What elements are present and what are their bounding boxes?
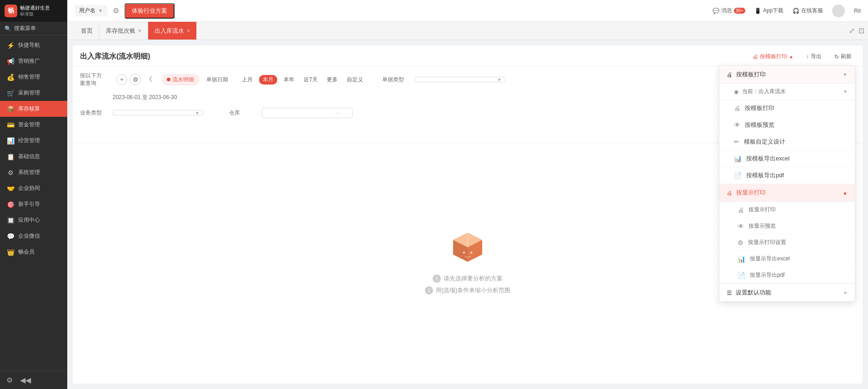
collapse-sidebar-icon[interactable]: ◀◀ — [20, 376, 31, 384]
display-preview-item[interactable]: 👁 按显示预览 — [719, 218, 855, 234]
template-export-excel-item[interactable]: 📊 按模板导出excel — [719, 150, 855, 167]
filter-collapse-button[interactable]: 《 — [144, 74, 155, 85]
display-settings-icon: ⚙ — [738, 239, 743, 246]
tab-batch-account-close[interactable]: × — [138, 28, 141, 34]
tab-home[interactable]: 首页 — [75, 22, 100, 40]
display-preview-label: 按显示预览 — [748, 222, 776, 230]
display-section-chevron: ▲ — [843, 190, 848, 195]
message-label: 消息 — [721, 7, 732, 15]
sidebar-item-guide[interactable]: 🎯 新手引导 — [0, 196, 67, 212]
sidebar-item-marketing[interactable]: 📢 营销推广 — [0, 53, 67, 69]
sidebar-item-corp[interactable]: 🤝 企业协同 — [0, 180, 67, 196]
nav-label-operation: 经营管理 — [18, 137, 40, 145]
filter-warehouse-select-wrap: ··· — [262, 108, 407, 118]
content-area: 出入库流水(流水明细) 🖨 按模板打印 ▲ ↑ 导出 ↻ 刷新 — [67, 40, 868, 389]
display-print-doc-icon: 🖨 — [738, 206, 744, 214]
topbar-online-service[interactable]: 🎧 在线客服 — [793, 7, 823, 15]
filter-settings-button[interactable]: ⚙ — [130, 74, 141, 85]
svg-point-6 — [470, 251, 473, 254]
page-title: 出入库流水(流水明细) — [80, 52, 150, 61]
date-btn-7days[interactable]: 近7天 — [301, 75, 320, 85]
sidebar: 畅 畅捷通好生意 标准版 🔍 搜索菜单 ⚡ 快捷导航 📢 营销推广 💰 销售管理… — [0, 0, 67, 389]
sidebar-item-basic[interactable]: 📋 基础信息 — [0, 149, 67, 165]
topbar-app-download[interactable]: 📱 App下载 — [754, 7, 783, 15]
tab-batch-account[interactable]: 库存批次账 × — [100, 22, 148, 40]
service-label: 在线客服 — [801, 7, 823, 15]
set-default-footer[interactable]: ☰ 设置默认功能 ▼ — [719, 284, 855, 301]
headset-icon: 🎧 — [793, 8, 799, 14]
nav-label-purchase: 采购管理 — [18, 89, 40, 97]
sidebar-item-corp-wechat[interactable]: 💬 企业微信 — [0, 228, 67, 244]
app-center-icon: 🔲 — [6, 217, 15, 224]
sidebar-item-app-center[interactable]: 🔲 应用中心 — [0, 212, 67, 228]
filter-date-buttons: 上月 本月 本年 近7天 更多 自定义 — [239, 75, 366, 85]
nav-label-inventory: 库存核算 — [18, 105, 40, 113]
date-btn-more[interactable]: 更多 — [324, 75, 340, 85]
tab-bar: 首页 库存批次账 × 出入库流水 × ⤢ ⊡ — [67, 22, 868, 40]
topbar-user-chevron: ▼ — [98, 8, 103, 13]
date-btn-this-month[interactable]: 本月 — [259, 75, 277, 85]
topbar-gear-icon[interactable]: ⚙ — [113, 6, 119, 15]
marketing-icon: 📢 — [6, 58, 15, 65]
topbar-message[interactable]: 💬 消息 99+ — [713, 7, 745, 15]
sidebar-item-quick-nav[interactable]: ⚡ 快捷导航 — [0, 37, 67, 53]
nav-label-sales: 销售管理 — [18, 73, 40, 81]
display-export-excel-label: 按显示导出excel — [750, 255, 790, 263]
sidebar-item-inventory[interactable]: 📦 库存核算 — [0, 101, 67, 117]
topbar-user-selector[interactable]: 用户名 ▼ — [75, 5, 107, 16]
sidebar-item-operation[interactable]: 📊 经营管理 — [0, 133, 67, 149]
tab-flow[interactable]: 出入库流水 × — [148, 22, 197, 40]
sidebar-item-sales[interactable]: 💰 销售管理 — [0, 69, 67, 85]
sidebar-item-members[interactable]: 👑 畅会员 — [0, 244, 67, 260]
sidebar-item-purchase[interactable]: 🛒 采购管理 — [0, 85, 67, 101]
sidebar-search[interactable]: 🔍 搜索菜单 — [0, 22, 67, 35]
template-preview-item[interactable]: 👁 按模板预览 — [719, 117, 855, 134]
sidebar-logo: 畅 畅捷通好生意 标准版 — [0, 0, 67, 22]
display-export-excel-item[interactable]: 📊 按显示导出excel — [719, 251, 855, 267]
filter-add-button[interactable]: ＋ — [116, 74, 127, 85]
display-print-settings-item[interactable]: ⚙ 按显示打印设置 — [719, 234, 855, 251]
template-export-pdf-item[interactable]: 📄 按模板导出pdf — [719, 167, 855, 184]
template-print-button[interactable]: 🖨 按模板打印 ▲ — [749, 51, 797, 62]
page-actions: 🖨 按模板打印 ▲ ↑ 导出 ↻ 刷新 — [749, 51, 855, 62]
print-doc-icon: 🖨 — [734, 105, 740, 112]
filter-date-label: 单据日期 — [206, 76, 232, 84]
type-dropdown-arrow: ▼ — [497, 77, 502, 82]
topbar-right: 💬 消息 99+ 📱 App下载 🎧 在线客服 Rit — [713, 5, 861, 17]
settings-bottom-icon[interactable]: ⚙ — [6, 376, 13, 384]
nav-label-corp-wechat: 企业微信 — [18, 232, 40, 240]
template-print-section-header[interactable]: 🖨 按模板打印 ▼ — [719, 66, 855, 84]
date-btn-this-year[interactable]: 本年 — [281, 75, 297, 85]
restore-icon[interactable]: ⤢ — [849, 26, 855, 35]
refresh-button[interactable]: ↻ 刷新 — [831, 51, 855, 62]
date-btn-custom[interactable]: 自定义 — [344, 75, 366, 85]
nav-label-system: 系统管理 — [18, 169, 40, 176]
members-icon: 👑 — [6, 249, 15, 256]
date-btn-last-month[interactable]: 上月 — [239, 75, 255, 85]
current-label: 当前：出入库流水 — [742, 88, 786, 95]
filter-biz-select[interactable]: ▼ — [113, 110, 204, 115]
template-custom-item[interactable]: ✏ 模板自定义设计 — [719, 134, 855, 150]
nav-label-members: 畅会员 — [18, 248, 35, 256]
nav-label-app-center: 应用中心 — [18, 216, 40, 224]
filter-warehouse-select[interactable]: ··· — [262, 108, 353, 118]
template-section-chevron: ▼ — [843, 72, 848, 77]
sidebar-item-system[interactable]: ⚙ 系统管理 — [0, 165, 67, 180]
template-print-item[interactable]: 🖨 按模板打印 — [719, 100, 855, 117]
display-print-section-header[interactable]: 🖨 按显示打印 ▲ — [719, 184, 855, 202]
empty-tip-1: 1 请先选择要分析的方案 — [433, 274, 503, 283]
topbar: 用户名 ▼ ⚙ 体验行业方案 💬 消息 99+ 📱 App下载 🎧 在线客服 R… — [67, 0, 868, 22]
maximize-icon[interactable]: ⊡ — [858, 26, 864, 35]
purchase-icon: 🛒 — [6, 90, 15, 97]
display-export-pdf-item[interactable]: 📄 按显示导出pdf — [719, 267, 855, 284]
message-badge: 99+ — [734, 8, 745, 14]
warehouse-dropdown-arrow: ··· — [336, 110, 339, 115]
display-print-item[interactable]: 🖨 按显示打印 — [719, 202, 855, 218]
trial-industry-button[interactable]: 体验行业方案 — [125, 3, 175, 19]
sidebar-item-finance[interactable]: 💳 资金管理 — [0, 117, 67, 133]
template-export-pdf-label: 按模板导出pdf — [746, 171, 784, 180]
export-button[interactable]: ↑ 导出 — [803, 51, 825, 62]
nav-label-quick-nav: 快捷导航 — [18, 41, 40, 49]
tab-flow-close[interactable]: × — [187, 28, 190, 34]
filter-type-select[interactable]: ▼ — [415, 77, 506, 82]
